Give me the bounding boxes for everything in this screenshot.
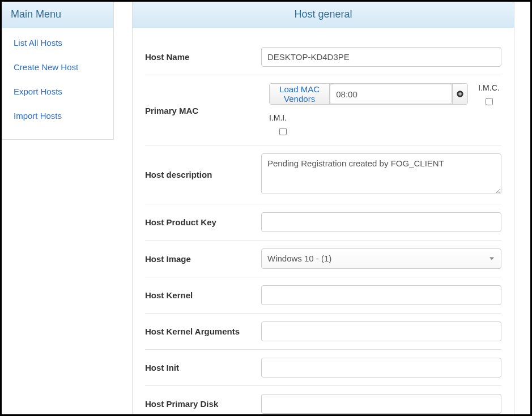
host-kernel-label: Host Kernel bbox=[145, 290, 261, 300]
row-host-kernel: Host Kernel bbox=[145, 277, 501, 313]
imi-block: I.M.I. bbox=[269, 113, 468, 137]
row-kernel-args: Host Kernel Arguments bbox=[145, 313, 501, 349]
host-kernel-input[interactable] bbox=[261, 285, 501, 305]
host-image-select[interactable]: Windows 10 - (1) bbox=[261, 248, 501, 269]
imc-block: I.M.C. bbox=[476, 83, 501, 105]
primary-disk-input[interactable] bbox=[261, 394, 501, 414]
hostname-label: Host Name bbox=[145, 52, 261, 62]
hostname-input[interactable] bbox=[261, 47, 501, 67]
sidebar-item-import-hosts[interactable]: Import Hosts bbox=[2, 104, 113, 128]
primary-disk-label: Host Primary Disk bbox=[145, 399, 261, 409]
host-image-value: Windows 10 - (1) bbox=[267, 254, 331, 263]
row-primary-mac: Primary MAC Load MAC Vendors bbox=[145, 75, 501, 145]
chevron-down-icon bbox=[490, 258, 494, 260]
kernel-args-label: Host Kernel Arguments bbox=[145, 327, 261, 336]
svg-rect-2 bbox=[458, 93, 462, 94]
description-label: Host description bbox=[145, 170, 261, 179]
sidebar-title: Main Menu bbox=[2, 2, 113, 28]
row-product-key: Host Product Key bbox=[145, 204, 501, 240]
imc-label: I.M.C. bbox=[478, 83, 499, 92]
plus-circle-icon bbox=[456, 90, 464, 98]
sidebar-body: List All Hosts Create New Host Export Ho… bbox=[2, 28, 113, 139]
load-mac-vendors-button[interactable]: Load MAC Vendors bbox=[270, 84, 330, 104]
host-init-label: Host Init bbox=[145, 363, 261, 372]
kernel-args-input[interactable] bbox=[261, 321, 501, 341]
main-panel: Host general Host Name Primary MAC Load … bbox=[132, 2, 514, 416]
row-description: Host description Pending Registration cr… bbox=[145, 145, 501, 204]
imi-checkbox[interactable] bbox=[279, 128, 287, 135]
row-host-image: Host Image Windows 10 - (1) bbox=[145, 240, 501, 277]
add-mac-button[interactable] bbox=[452, 84, 467, 104]
imc-checkbox[interactable] bbox=[486, 98, 493, 105]
product-key-label: Host Product Key bbox=[145, 217, 261, 227]
product-key-input[interactable] bbox=[261, 212, 501, 232]
primary-mac-label: Primary MAC bbox=[145, 83, 261, 115]
mac-input-group: Load MAC Vendors bbox=[269, 83, 468, 105]
sidebar-item-create-new-host[interactable]: Create New Host bbox=[2, 55, 113, 79]
mac-input[interactable] bbox=[330, 84, 452, 104]
imi-label: I.M.I. bbox=[269, 113, 468, 122]
sidebar-item-export-hosts[interactable]: Export Hosts bbox=[2, 79, 113, 104]
row-host-init: Host Init bbox=[145, 349, 501, 385]
sidebar: Main Menu List All Hosts Create New Host… bbox=[2, 2, 114, 140]
description-textarea[interactable]: Pending Registration created by FOG_CLIE… bbox=[261, 153, 501, 194]
host-image-label: Host Image bbox=[145, 254, 261, 264]
row-primary-disk: Host Primary Disk bbox=[145, 385, 501, 416]
sidebar-item-list-all-hosts[interactable]: List All Hosts bbox=[2, 31, 113, 55]
row-hostname: Host Name bbox=[145, 39, 501, 75]
host-init-input[interactable] bbox=[261, 358, 501, 378]
form-area: Host Name Primary MAC Load MAC Vendors bbox=[133, 28, 514, 416]
main-title: Host general bbox=[133, 2, 514, 28]
